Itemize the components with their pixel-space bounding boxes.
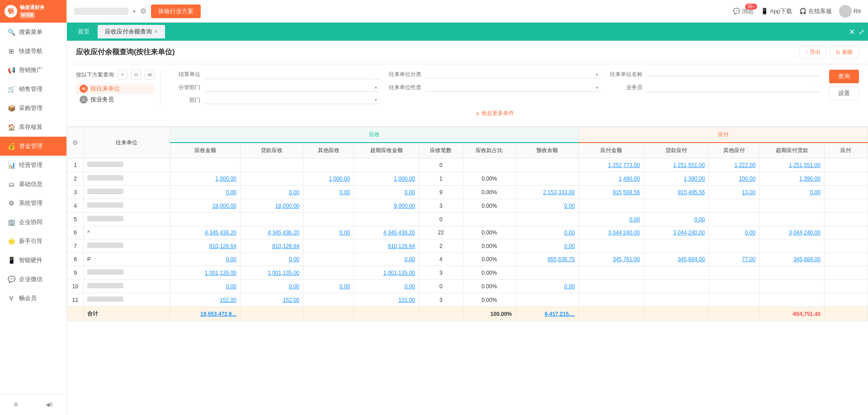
unit-nature-select[interactable]: ▾ bbox=[425, 84, 601, 92]
settlement-input[interactable]: ··· bbox=[204, 70, 380, 79]
th-payable-extra: 应付 bbox=[824, 143, 868, 158]
sidebar-collapse-btn[interactable]: ◀II bbox=[42, 398, 57, 411]
settings-gear-icon[interactable]: ⚙ bbox=[140, 7, 146, 15]
collapse-bar[interactable]: ∧ 收起更多条件 bbox=[474, 108, 516, 119]
tab-close-window-icon[interactable]: ✕ bbox=[849, 28, 855, 36]
sidebar-item-hardware[interactable]: 📱 智能硬件 bbox=[0, 251, 66, 270]
table-row: 6^4,345,436.204,345,436.200.004,345,436.… bbox=[67, 226, 868, 239]
table-container: ⚙ 往来单位 应收 应付 应收金额 贷款应收 其他应收 超期应收金额 应收笔数 … bbox=[67, 127, 868, 415]
th-settings[interactable]: ⚙ bbox=[67, 127, 84, 158]
table-row: 500.000.00 bbox=[67, 213, 868, 226]
sidebar-item-search[interactable]: 🔍 搜索菜单 bbox=[0, 23, 66, 42]
footer-receivable-amount[interactable]: 19,553,472.6... bbox=[170, 307, 240, 321]
table-row: 21,000.001,000.001,000.0010.00%1,490.001… bbox=[67, 172, 868, 186]
scheme-option-unit[interactable]: 畅 按往来单位 bbox=[76, 83, 155, 94]
sidebar-item-purchase[interactable]: 📦 采购管理 bbox=[0, 99, 66, 118]
collapse-scheme-btn[interactable]: ≪ bbox=[145, 70, 155, 80]
th-other-payable: 其他应付 bbox=[709, 143, 760, 158]
breadcrumb-arrow: ▾ bbox=[133, 8, 136, 14]
table-row: 11152.00152.00101.0030.00% bbox=[67, 293, 868, 307]
top-header: ▾ ⚙ 体验行业方案 💬 消息 99+ 📱 App下载 🎧 在线客服 Rit bbox=[67, 0, 868, 23]
th-payable: 应付 bbox=[579, 127, 868, 143]
page-header-actions: ↑ 导出 ↻ 刷新 bbox=[799, 46, 859, 64]
staff-input[interactable]: ··· bbox=[646, 83, 822, 92]
version-badge: 标准版 bbox=[20, 12, 35, 19]
export-button[interactable]: ↑ 导出 bbox=[799, 46, 826, 58]
query-button[interactable]: 查询 bbox=[829, 70, 859, 83]
top-header-right: 💬 消息 99+ 📱 App下载 🎧 在线客服 Rit bbox=[733, 5, 861, 18]
filter-area: 按以下方案查询 + ⊙ ≪ 畅 按往来单位 ⊙ 按业务员 bbox=[67, 64, 868, 127]
table-row: 7810,126.64810,126.64810,126.6420.00%0.0… bbox=[67, 239, 868, 253]
sidebar-item-guide[interactable]: 🌟 新手引导 bbox=[0, 232, 66, 251]
th-overdue-receivable: 超期应收金额 bbox=[354, 143, 419, 158]
scheme-unit-icon: 畅 bbox=[80, 85, 88, 93]
page-title: 应收应付余额查询(按往来单位) bbox=[76, 48, 175, 62]
table-row: 418,000.0018,000.009,000.0030.00%0.00 bbox=[67, 199, 868, 213]
sidebar-item-capital[interactable]: 💰 资金管理 bbox=[0, 137, 66, 156]
sidebar-item-inventory[interactable]: 🏠 库存核算 bbox=[0, 118, 66, 137]
page-content: 应收应付余额查询(按往来单位) ↑ 导出 ↻ 刷新 按以下方案查询 bbox=[67, 41, 868, 415]
app-icon: 📱 bbox=[761, 8, 768, 14]
enterprise-icon: 🏢 bbox=[7, 218, 15, 226]
sidebar-item-wechat[interactable]: 💬 企业微信 bbox=[0, 270, 66, 289]
message-item[interactable]: 💬 消息 99+ bbox=[733, 7, 754, 15]
table-row: 8P0.000.000.0040.00%655,636.75345,761.00… bbox=[67, 253, 868, 266]
footer-prepaid-balance[interactable]: 6,417,215.... bbox=[516, 307, 579, 321]
tab-receivable[interactable]: 应收应付余额查询 × bbox=[98, 25, 165, 38]
add-scheme-btn[interactable]: + bbox=[118, 70, 127, 80]
marketing-icon: 📢 bbox=[7, 66, 15, 74]
filter-field-unit-category: 往来单位分类 ▾ bbox=[389, 71, 601, 79]
th-receivable-amount: 应收金额 bbox=[170, 143, 240, 158]
sidebar-item-basic[interactable]: 🗂 基础信息 bbox=[0, 175, 66, 194]
refresh-button[interactable]: ↻ 刷新 bbox=[830, 46, 859, 58]
sidebar-settings-btn[interactable]: ⚙ bbox=[10, 398, 22, 411]
export-icon: ↑ bbox=[805, 49, 808, 56]
sidebar-item-system[interactable]: ⚙ 系统管理 bbox=[0, 194, 66, 213]
th-other-receivable: 其他应收 bbox=[303, 143, 354, 158]
sidebar: 畅 畅捷通财务 标准版 🔍 搜索菜单 ⊞ 快捷导航 📢 营销推广 🛒 销售管理 … bbox=[0, 0, 67, 415]
sidebar-bottom: ⚙ ◀II bbox=[0, 394, 66, 415]
user-name: Rit bbox=[854, 8, 861, 14]
solution-button[interactable]: 体验行业方案 bbox=[151, 5, 201, 18]
guide-icon: 🌟 bbox=[7, 237, 15, 245]
message-icon: 💬 bbox=[733, 8, 740, 14]
dept-select[interactable]: ▾ bbox=[204, 84, 380, 92]
sidebar-item-sales[interactable]: 🛒 销售管理 bbox=[0, 80, 66, 99]
online-service-item[interactable]: 🎧 在线客服 bbox=[799, 7, 832, 15]
table-row: 30.000.000.000.0090.00%2,153,333.00915,5… bbox=[67, 186, 868, 199]
app-download-item[interactable]: 📱 App下载 bbox=[761, 7, 792, 15]
service-label: 在线客服 bbox=[808, 7, 832, 15]
sidebar-item-operation[interactable]: 📊 经营管理 bbox=[0, 156, 66, 175]
sidebar-item-enterprise[interactable]: 🏢 企业协同 bbox=[0, 213, 66, 232]
tab-home[interactable]: 首页 bbox=[71, 25, 97, 38]
tab-close-icon[interactable]: × bbox=[155, 29, 158, 35]
footer-label: 合计 bbox=[84, 307, 170, 321]
sidebar-item-member[interactable]: V 畅会员 bbox=[0, 289, 66, 308]
table-row: 100.000.000.000.0000.00%0.00 bbox=[67, 280, 868, 293]
sidebar-item-quick[interactable]: ⊞ 快捷导航 bbox=[0, 42, 66, 61]
department-select[interactable]: ▾ bbox=[204, 96, 380, 104]
unit-name-input[interactable] bbox=[646, 73, 822, 76]
main-content: ▾ ⚙ 体验行业方案 💬 消息 99+ 📱 App下载 🎧 在线客服 Rit bbox=[67, 0, 868, 415]
config-scheme-btn[interactable]: ⊙ bbox=[131, 70, 141, 80]
th-loan-payable: 贷款应付 bbox=[644, 143, 709, 158]
message-badge: 99+ bbox=[745, 4, 757, 10]
service-icon: 🎧 bbox=[799, 8, 807, 14]
operation-icon: 📊 bbox=[7, 161, 15, 169]
filter-settings-button[interactable]: 设置 bbox=[829, 86, 859, 100]
basic-icon: 🗂 bbox=[7, 180, 15, 188]
hardware-icon: 📱 bbox=[7, 256, 15, 264]
th-payable-amount: 应付金额 bbox=[579, 143, 644, 158]
member-icon: V bbox=[7, 294, 15, 302]
filter-field-unit-name: 往来单位名称 bbox=[610, 71, 822, 78]
th-receivable: 应收 bbox=[170, 127, 579, 143]
sidebar-item-marketing[interactable]: 📢 营销推广 bbox=[0, 61, 66, 80]
tab-maximize-icon[interactable]: ⤢ bbox=[859, 28, 864, 36]
search-icon: 🔍 bbox=[7, 28, 15, 36]
user-item[interactable]: Rit bbox=[839, 5, 861, 18]
th-prepaid-balance: 预收余额 bbox=[516, 143, 579, 158]
sales-icon: 🛒 bbox=[7, 85, 15, 93]
logo-text: 畅捷通财务 bbox=[20, 4, 45, 11]
scheme-option-staff[interactable]: ⊙ 按业务员 bbox=[76, 94, 155, 105]
unit-category-select[interactable]: ▾ bbox=[425, 71, 601, 79]
